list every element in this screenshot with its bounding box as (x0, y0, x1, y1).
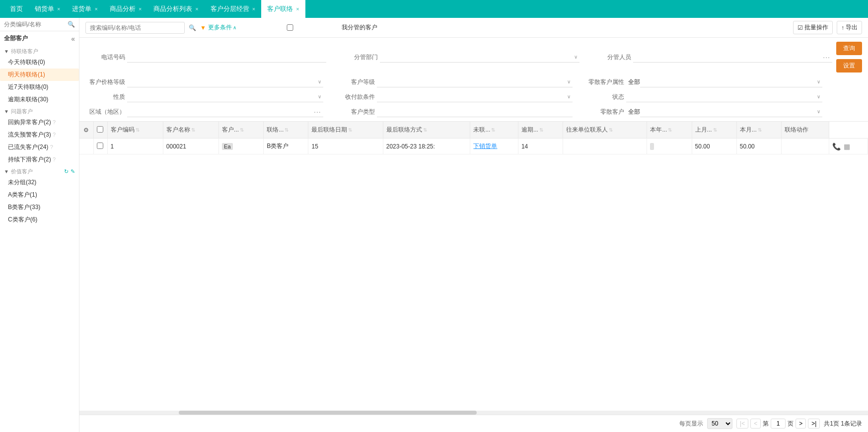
col-select-all[interactable] (93, 122, 107, 139)
search-input[interactable] (85, 22, 185, 34)
export-button[interactable]: ↑ 导出 (837, 21, 862, 34)
nature-input[interactable] (127, 91, 323, 102)
row-this-year: 50.00 (692, 139, 736, 154)
sidebar-search-wrap: 🔍 (0, 18, 79, 31)
search-button-icon[interactable]: 🔍 (189, 24, 196, 31)
nav-product-analysis-list-close[interactable]: × (195, 6, 198, 12)
sidebar-item-churned[interactable]: 已流失客户(24) ? (0, 141, 79, 153)
export-icon: ↑ (841, 24, 844, 31)
adv-filter-row-3: 性质 收付款条件 状态 (85, 91, 862, 102)
sidebar-item-b-class[interactable]: B类客户(33) (0, 201, 79, 214)
col-last-contact-date[interactable]: 最后联络日期⇅ (308, 122, 383, 139)
next-page-btn[interactable]: > (796, 419, 806, 429)
field-region: 区域（地区） (85, 106, 323, 117)
sidebar-item-7days-pending[interactable]: 近7天待联络(0) (0, 81, 79, 93)
nav-product-analysis-list[interactable]: 商品分析列表 × (147, 0, 204, 18)
select-all-checkbox[interactable] (97, 126, 103, 133)
field-status: 状态 (584, 91, 822, 102)
col-type[interactable]: 客户...⇅ (219, 122, 264, 139)
nav-customer-tier-close[interactable]: × (252, 6, 255, 12)
row-last-method[interactable]: 下销货单 (470, 139, 518, 154)
first-page-btn[interactable]: |< (736, 419, 748, 429)
field-branch-person: 分管人员 (591, 52, 832, 63)
sort-code-icon: ⇅ (136, 127, 140, 133)
value-group-refresh-icon[interactable]: ↻ (64, 168, 69, 175)
expand-triangle-icon-3: ▼ (4, 169, 9, 174)
nav-purchase-order[interactable]: 进货单 × (66, 0, 103, 18)
branch-dept-label: 分管部门 (338, 53, 378, 62)
status-input[interactable] (626, 91, 822, 102)
row-this-month (781, 139, 829, 154)
branch-dept-input[interactable] (380, 52, 579, 63)
adv-filter-row-4: 区域（地区） 客户类型 零散客户 全部 (85, 106, 862, 117)
customer-level-input[interactable] (377, 76, 573, 87)
scrollbar-thumb[interactable] (179, 411, 477, 415)
col-last-contact-method[interactable]: 最后联络方式⇅ (383, 122, 470, 139)
my-customers-filter[interactable]: 我分管的客户 (240, 23, 377, 32)
last-method-link[interactable]: 下销货单 (473, 143, 497, 149)
nav-product-analysis[interactable]: 商品分析 × (104, 0, 147, 18)
col-this-month[interactable]: 本月...⇅ (736, 122, 781, 139)
col-this-year[interactable]: 本年...⇅ (647, 122, 692, 139)
horizontal-scrollbar[interactable] (79, 411, 868, 415)
sidebar-item-today-pending[interactable]: 今天待联络(0) (0, 56, 79, 69)
sidebar-item-tomorrow-pending[interactable]: 明天待联络(1) (0, 69, 79, 81)
row-checkbox[interactable] (93, 139, 107, 154)
price-level-input[interactable] (127, 76, 323, 87)
nav-purchase-order-close[interactable]: × (94, 6, 97, 12)
col-unit-contact[interactable]: 往来单位联系人⇅ (563, 122, 647, 139)
sidebar-item-overdue[interactable]: 逾期未联络(30) (0, 93, 79, 106)
retail-attr-input[interactable] (640, 76, 822, 87)
action-phone-icon[interactable]: 📞 (832, 143, 841, 150)
sidebar-group-pending: ▼ 待联络客户 (0, 46, 79, 56)
row-select-checkbox[interactable] (97, 143, 103, 149)
col-last-month[interactable]: 上月...⇅ (692, 122, 736, 139)
payment-input[interactable] (377, 91, 573, 102)
checkbox-icon: ☑ (797, 24, 803, 31)
nav-customer-contact-close[interactable]: × (296, 6, 299, 12)
region-input[interactable] (127, 106, 323, 117)
filter-right-actions: ☑ 批量操作 ↑ 导出 (793, 21, 862, 34)
value-group-edit-icon[interactable]: ✎ (71, 168, 75, 175)
action-grid-icon[interactable]: ▦ (844, 143, 850, 150)
set-button[interactable]: 设置 (836, 59, 862, 72)
nav-customer-contact[interactable]: 客户联络 × (261, 0, 305, 18)
sidebar-item-declining[interactable]: 持续下滑客户(2) ? (0, 153, 79, 166)
col-contact-count[interactable]: 联络...⇅ (264, 122, 308, 139)
sidebar-search-input[interactable] (4, 21, 66, 28)
nav-customer-tier[interactable]: 客户分层经营 × (205, 0, 261, 18)
per-page-select[interactable]: 50 100 200 (707, 418, 732, 429)
col-code[interactable]: 客户编码⇅ (107, 122, 163, 139)
nav-sales-order-close[interactable]: × (57, 6, 60, 12)
more-conditions-btn[interactable]: ▼ 更多条件 ∧ (200, 23, 236, 32)
sidebar-item-churn-warning[interactable]: 流失预警客户(3) ? (0, 129, 79, 141)
sidebar-item-ungrouped[interactable]: 未分组(32) (0, 176, 79, 189)
col-overdue[interactable]: 逾期...⇅ (518, 122, 563, 139)
col-settings[interactable]: ⚙ (79, 122, 93, 139)
nav-home[interactable]: 首页 (4, 0, 29, 18)
batch-op-button[interactable]: ☑ 批量操作 (793, 21, 833, 34)
sort-last-month-icon: ⇅ (713, 127, 717, 133)
prev-page-btn[interactable]: < (750, 419, 761, 429)
price-level-label: 客户价格等级 (85, 78, 125, 86)
sidebar-collapse-icon[interactable]: « (71, 35, 75, 43)
row-last-date: 2023-05-23 18:25: (383, 139, 470, 154)
sidebar-all-customers[interactable]: 全部客户 « (0, 31, 79, 46)
nav-product-analysis-close[interactable]: × (139, 6, 142, 12)
retail-customer-input[interactable] (640, 106, 822, 117)
sidebar-item-repurchase-abnormal[interactable]: 回购异常客户(2) ? (0, 116, 79, 129)
customer-type-input[interactable] (377, 106, 573, 117)
my-customers-checkbox[interactable] (240, 24, 340, 31)
query-button[interactable]: 查询 (836, 42, 862, 55)
col-name[interactable]: 客户名称⇅ (163, 122, 218, 139)
sidebar-item-a-class[interactable]: A类客户(1) (0, 189, 79, 201)
last-page-btn[interactable]: >| (808, 419, 820, 429)
top-nav: 首页 销货单 × 进货单 × 商品分析 × 商品分析列表 × 客户分层经营 × … (0, 0, 868, 18)
page-number-input[interactable] (771, 419, 786, 429)
col-uncontacted[interactable]: 未联...⇅ (470, 122, 518, 139)
branch-person-input[interactable] (633, 52, 832, 63)
sidebar-item-c-class[interactable]: C类客户(6) (0, 214, 79, 226)
phone-input[interactable] (127, 52, 326, 63)
search-icon[interactable]: 🔍 (68, 21, 75, 28)
nav-sales-order[interactable]: 销货单 × (29, 0, 66, 18)
